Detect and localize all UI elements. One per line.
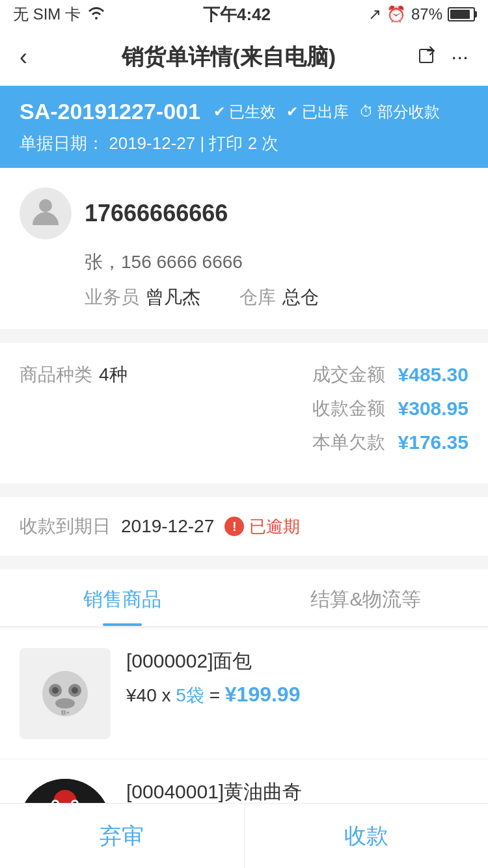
share-icon[interactable] [417,44,438,70]
product-type-label: 商品种类 [20,362,92,387]
wifi-icon [87,5,105,23]
cancel-audit-button[interactable]: 弃审 [0,804,245,868]
svg-point-6 [72,687,78,694]
due-section: 收款到期日 2019-12-27 ! 已逾期 [0,497,488,556]
product-info-1: [0000002]面包 ¥40 x 5袋 = ¥199.99 [126,648,468,708]
nav-bar: ‹ 销货单详情(来自电脑) ··· [0,29,488,86]
product-name-2: [00040001]黄油曲奇 [126,779,468,806]
avatar [20,187,72,239]
received-item: 收款金额 ¥308.95 [312,396,468,421]
due-date-value: 2019-12-27 [121,516,214,537]
price-equals-1: = [210,685,225,705]
warehouse-label: 仓库 [239,285,276,310]
summary-left: 商品种类 4种 [20,362,128,396]
product-thumbnail-1: 联+ [20,648,111,739]
received-value: ¥308.95 [398,398,468,420]
summary-row: 商品种类 4种 成交金额 ¥485.30 收款金额 ¥308.95 本单欠款 ¥… [20,362,468,464]
price-total-1: ¥199.99 [225,683,301,706]
sales-rep-label: 业务员 [85,285,139,310]
svg-point-7 [55,698,75,709]
price-separator-1: x [162,685,176,705]
warehouse-value: 总仓 [282,285,319,310]
svg-point-5 [52,687,59,694]
page-title: 销货单详情(来自电脑) [40,42,417,72]
sales-rep-value: 曾凡杰 [146,285,200,310]
bottom-bar: 弃审 收款 [0,803,488,868]
amount-label: 成交金额 [312,362,385,387]
amount-value: ¥485.30 [398,364,468,386]
status-time: 下午4:42 [203,3,271,26]
overdue-badge: ! 已逾期 [224,515,300,538]
alarm-icon: ⏰ [386,5,406,23]
header-top: SA-20191227-001 ✔ 已生效 ✔ 已出库 ⏱ 部分收款 [20,99,468,124]
owed-value: ¥176.35 [398,431,468,454]
product-price-1: ¥40 x 5袋 = ¥199.99 [126,683,468,708]
check-icon-1: ✔ [213,103,225,120]
clock-icon: ⏱ [359,103,373,120]
due-label: 收款到期日 [20,514,111,539]
status-left: 无 SIM 卡 [13,4,105,25]
order-id: SA-20191227-001 [20,99,200,124]
tab-settlement[interactable]: 结算&物流等 [244,569,488,626]
badge-partial: ⏱ 部分收款 [359,102,440,122]
product-type-value: 4种 [99,362,128,387]
person-icon [29,194,62,234]
badge-shipped: ✔ 已出库 [286,102,349,122]
svg-point-1 [39,199,52,212]
overdue-label: 已逾期 [249,515,300,538]
product-name-1: [0000002]面包 [126,648,468,675]
svg-text:联+: 联+ [61,710,70,716]
check-icon-2: ✔ [286,103,298,120]
price-qty-1: 5袋 [176,685,204,705]
amount-item: 成交金额 ¥485.30 [312,362,468,387]
customer-meta: 业务员 曾凡杰 仓库 总仓 [85,285,468,310]
tabs-section: 销售商品 结算&物流等 [0,569,488,627]
location-icon: ↗ [368,5,381,23]
received-label: 收款金额 [312,396,385,421]
product-type-item: 商品种类 4种 [20,362,128,387]
status-bar: 无 SIM 卡 下午4:42 ↗ ⏰ 87% [0,0,488,29]
owed-item: 本单欠款 ¥176.35 [312,430,468,455]
customer-row: 17666666666 [20,187,468,239]
back-button[interactable]: ‹ [20,44,27,71]
summary-right: 成交金额 ¥485.30 收款金额 ¥308.95 本单欠款 ¥176.35 [312,362,468,464]
warehouse-item: 仓库 总仓 [239,285,319,310]
collect-payment-button[interactable]: 收款 [245,804,489,868]
header-banner: SA-20191227-001 ✔ 已生效 ✔ 已出库 ⏱ 部分收款 单据日期：… [0,86,488,168]
more-icon[interactable]: ··· [451,45,468,69]
nav-actions: ··· [417,44,468,70]
battery-text: 87% [411,5,442,23]
overdue-icon: ! [224,517,244,536]
owed-label: 本单欠款 [312,430,385,455]
tabs-row: 销售商品 结算&物流等 [0,569,488,626]
status-badges: ✔ 已生效 ✔ 已出库 ⏱ 部分收款 [213,102,440,122]
sales-rep-item: 业务员 曾凡杰 [85,285,200,310]
tab-products[interactable]: 销售商品 [0,569,244,626]
badge-effective: ✔ 已生效 [213,102,276,122]
header-date: 单据日期： 2019-12-27 | 打印 2 次 [20,132,468,155]
price-base-1: ¥40 [126,685,157,705]
customer-section: 17666666666 张，156 6666 6666 业务员 曾凡杰 仓库 总… [0,168,488,330]
status-right: ↗ ⏰ 87% [368,5,475,23]
carrier-text: 无 SIM 卡 [13,4,81,25]
battery-icon [448,7,475,21]
customer-phone: 17666666666 [85,200,228,227]
list-item: 联+ [0000002]面包 ¥40 x 5袋 = ¥199.99 [0,629,488,759]
customer-name-detail: 张，156 6666 6666 [85,250,468,275]
summary-section: 商品种类 4种 成交金额 ¥485.30 收款金额 ¥308.95 本单欠款 ¥… [0,343,488,484]
